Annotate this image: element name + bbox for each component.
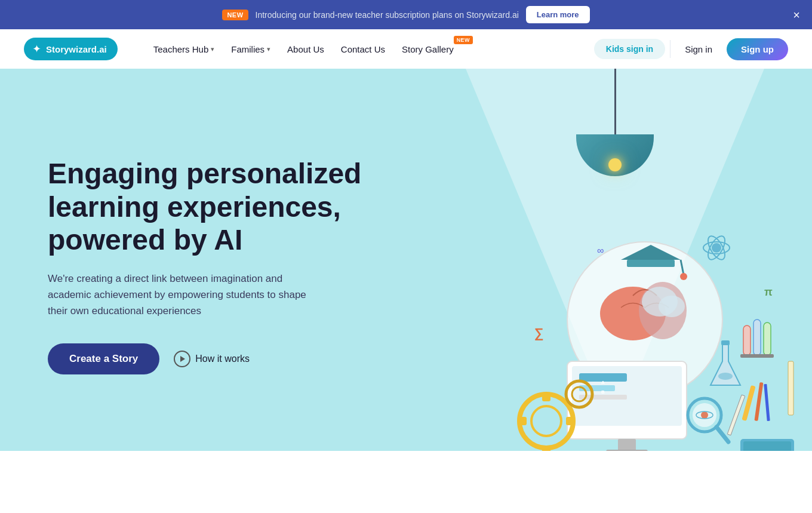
hero-illustration: A B bbox=[406, 69, 812, 451]
svg-rect-44 bbox=[727, 395, 745, 435]
nav-divider bbox=[670, 40, 670, 58]
svg-point-4 bbox=[659, 296, 685, 317]
nav-item-about-us[interactable]: About Us bbox=[280, 39, 331, 59]
hero-actions: Create a Story How it works bbox=[48, 343, 382, 374]
svg-text:π: π bbox=[764, 286, 773, 298]
nav-links: Teachers Hub ▾ Families ▾ About Us Conta… bbox=[146, 39, 575, 59]
create-story-button[interactable]: Create a Story bbox=[48, 343, 159, 374]
svg-point-23 bbox=[531, 406, 561, 436]
svg-point-39 bbox=[701, 411, 708, 419]
hero-content: Engaging personalized learning experienc… bbox=[48, 157, 382, 374]
logo-text: Storywizard.ai bbox=[46, 44, 107, 54]
svg-text:∞: ∞ bbox=[597, 245, 604, 256]
nav-item-contact-us[interactable]: Contact Us bbox=[334, 39, 392, 59]
svg-rect-35 bbox=[740, 354, 774, 358]
how-it-works-link[interactable]: How it works bbox=[174, 351, 250, 367]
svg-point-31 bbox=[718, 373, 733, 380]
new-badge-banner: NEW bbox=[222, 10, 248, 20]
lamp bbox=[576, 69, 654, 176]
nav-item-families[interactable]: Families ▾ bbox=[224, 39, 278, 59]
announcement-banner: NEW Introducing our brand-new teacher su… bbox=[0, 0, 812, 29]
svg-rect-27 bbox=[566, 417, 574, 425]
svg-rect-33 bbox=[753, 320, 761, 355]
logo-container[interactable]: ✦ Storywizard.ai bbox=[24, 38, 118, 60]
svg-rect-43 bbox=[764, 384, 770, 421]
svg-point-9 bbox=[712, 243, 721, 253]
signup-button[interactable]: Sign up bbox=[727, 38, 788, 60]
lamp-bulb bbox=[608, 158, 622, 171]
play-icon bbox=[174, 351, 190, 367]
announcement-text: Introducing our brand-new teacher subscr… bbox=[256, 10, 519, 20]
logo-icon: ✦ bbox=[32, 42, 41, 56]
lamp-shade bbox=[576, 134, 654, 176]
signin-button[interactable]: Sign in bbox=[675, 39, 722, 60]
svg-rect-21 bbox=[606, 450, 648, 451]
svg-rect-30 bbox=[721, 340, 730, 345]
nav-actions: Kids sign in Sign in Sign up bbox=[594, 38, 788, 60]
nav-item-story-gallery[interactable]: Story Gallery NEW bbox=[395, 39, 470, 59]
learn-more-button[interactable]: Learn more bbox=[526, 6, 590, 23]
svg-rect-45 bbox=[788, 361, 793, 415]
new-badge-nav: NEW bbox=[454, 36, 473, 44]
close-banner-button[interactable]: × bbox=[793, 9, 800, 21]
bottom-section bbox=[0, 451, 812, 499]
svg-text:A: A bbox=[601, 380, 605, 385]
svg-point-22 bbox=[519, 394, 573, 448]
svg-rect-32 bbox=[743, 325, 751, 355]
svg-text:∑: ∑ bbox=[534, 325, 544, 340]
navbar: ✦ Storywizard.ai Teachers Hub ▾ Families… bbox=[0, 29, 812, 69]
svg-rect-34 bbox=[764, 322, 771, 355]
hero-title: Engaging personalized learning experienc… bbox=[48, 157, 382, 256]
svg-text:B: B bbox=[601, 389, 605, 395]
svg-rect-24 bbox=[542, 393, 550, 401]
svg-line-38 bbox=[716, 427, 728, 442]
svg-rect-25 bbox=[542, 447, 550, 451]
hero-section: Engaging personalized learning experienc… bbox=[0, 69, 812, 451]
lamp-cord bbox=[614, 69, 616, 134]
hero-description: We're creating a direct link between ima… bbox=[48, 271, 322, 320]
chevron-down-icon: ▾ bbox=[211, 45, 214, 53]
play-triangle-icon bbox=[180, 356, 185, 362]
svg-rect-20 bbox=[618, 439, 636, 451]
svg-rect-5 bbox=[627, 260, 675, 267]
nav-item-teachers-hub[interactable]: Teachers Hub ▾ bbox=[146, 39, 222, 59]
svg-rect-26 bbox=[518, 417, 527, 425]
svg-rect-41 bbox=[742, 385, 755, 421]
svg-point-8 bbox=[680, 273, 687, 280]
kids-signin-button[interactable]: Kids sign in bbox=[594, 39, 665, 59]
chevron-down-icon: ▾ bbox=[267, 45, 270, 53]
svg-rect-47 bbox=[743, 441, 791, 451]
logo[interactable]: ✦ Storywizard.ai bbox=[24, 38, 118, 60]
svg-rect-42 bbox=[754, 382, 763, 421]
